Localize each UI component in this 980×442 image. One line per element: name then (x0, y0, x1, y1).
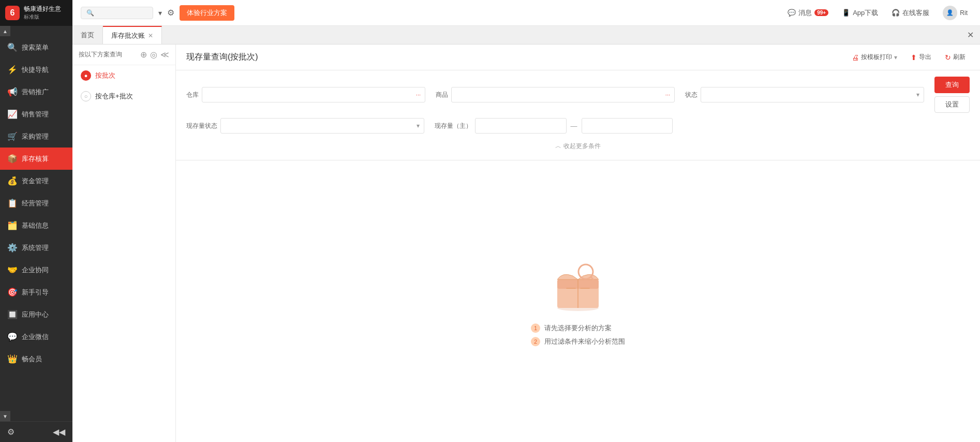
sidebar-item-search[interactable]: 🔍 搜索菜单 (0, 36, 72, 58)
sidebar-item-wechat-label: 企业微信 (22, 332, 49, 342)
page-title: 现存量查询(按批次) (186, 52, 258, 63)
qty-dash: — (567, 122, 582, 130)
scheme-warehouse-batch-icon: ○ (81, 91, 91, 101)
member-icon: 👑 (7, 354, 18, 364)
quicknav-icon: ⚡ (7, 65, 18, 75)
sidebar-item-collab-label: 企业协同 (22, 266, 49, 275)
app-download-btn[interactable]: 📱 App下载 (838, 6, 882, 20)
warehouse-label: 仓库 (186, 91, 199, 99)
scheme-item-warehouse-batch[interactable]: ○ 按仓库+批次 (72, 86, 175, 107)
tab-panel-close-btn[interactable]: ✕ (967, 30, 980, 40)
warehouse-filter-cell: 仓库 ··· (186, 87, 425, 102)
tab-close-btn[interactable]: ✕ (148, 32, 153, 39)
online-service-btn[interactable]: 🎧 在线客服 (887, 6, 933, 20)
sidebar-item-collab[interactable]: 🤝 企业协同 (0, 259, 72, 281)
sidebar-item-member-label: 畅会员 (22, 355, 42, 364)
print-dropdown-icon[interactable]: ▾ (894, 54, 897, 61)
scheme-item-batch[interactable]: ● 按批次 (72, 65, 175, 86)
scroll-up-btn[interactable]: ▲ (0, 26, 10, 36)
sidebar-item-quicknav[interactable]: ⚡ 快捷导航 (0, 58, 72, 81)
print-btn[interactable]: 🖨 按模板打印 ▾ (848, 51, 901, 64)
sidebar-item-guide[interactable]: 🎯 新手引导 (0, 281, 72, 303)
qty-from-input[interactable] (475, 118, 567, 134)
search-icon: 🔍 (86, 9, 94, 17)
query-btn[interactable]: 查询 (934, 77, 970, 93)
scheme-batch-icon: ● (81, 70, 91, 81)
btn-group: 查询 设置 (934, 77, 970, 113)
empty-illustration (547, 256, 609, 313)
empty-hint-1: 1 请先选择要分析的方案 (531, 323, 625, 333)
search-menu-icon: 🔍 (7, 42, 18, 52)
inventory-status-cell: 现存量状态 ▾ (186, 118, 424, 134)
avatar: 👤 (943, 6, 957, 20)
add-scheme-btn[interactable]: ⊕ (140, 50, 147, 60)
export-icon: ⬆ (911, 53, 917, 62)
warehouse-input[interactable]: ··· (202, 87, 425, 102)
print-label: 按模板打印 (861, 53, 892, 62)
refresh-btn[interactable]: ↻ 刷新 (941, 51, 970, 64)
warehouse-more[interactable]: ··· (416, 92, 421, 98)
filter-row-1: 仓库 ··· 商品 ··· 状态 (186, 77, 970, 113)
sidebar-item-apps[interactable]: 🔲 应用中心 (0, 303, 72, 326)
sidebar-item-search-label: 搜索菜单 (22, 43, 49, 52)
app-download-label: App下载 (853, 8, 878, 18)
collapse-label: 收起更多条件 (563, 142, 601, 150)
sidebar-item-finance[interactable]: 💰 资金管理 (0, 170, 72, 192)
collapse-sidebar-btn[interactable]: ◀◀ (53, 427, 65, 437)
qty-to-input[interactable] (582, 118, 673, 134)
scroll-down-btn[interactable]: ▼ (0, 411, 10, 421)
sidebar-item-operations[interactable]: 📋 经营管理 (0, 192, 72, 214)
settings-btn[interactable]: ⚙ (7, 427, 14, 437)
sidebar-item-sales[interactable]: 📈 销售管理 (0, 103, 72, 125)
refresh-icon: ↻ (945, 53, 951, 62)
sidebar-item-purchase[interactable]: 🛒 采购管理 (0, 125, 72, 148)
phone-icon: 📱 (842, 9, 850, 17)
left-panel-actions: ⊕ ◎ ≪ (140, 50, 169, 60)
topbar-gear-icon[interactable]: ⚙ (167, 8, 174, 18)
empty-hints: 1 请先选择要分析的方案 2 用过滤条件来缩小分析范围 (531, 323, 625, 346)
scheme-warehouse-batch-label: 按仓库+批次 (95, 92, 133, 101)
inventory-status-select[interactable]: ▾ (220, 118, 424, 134)
sidebar-item-marketing[interactable]: 📢 营销推广 (0, 81, 72, 103)
sidebar-item-inventory-label: 库存核算 (22, 154, 49, 164)
tab-inventory-batch[interactable]: 库存批次账 ✕ (103, 26, 162, 44)
status-select[interactable]: ▾ (701, 87, 924, 102)
topbar-dropdown-arrow[interactable]: ▾ (158, 9, 162, 17)
basic-icon: 🗂️ (7, 220, 18, 230)
online-service-label: 在线客服 (902, 8, 929, 18)
topbar: 🔍 ▾ ⚙ 体验行业方案 💬 消息 99+ 📱 App下载 🎧 在线客服 👤 R… (72, 0, 980, 26)
sidebar-item-basic-label: 基础信息 (22, 221, 49, 230)
tab-home[interactable]: 首页 (72, 26, 103, 44)
sidebar-item-member[interactable]: 👑 畅会员 (0, 348, 72, 370)
export-btn[interactable]: ⬆ 导出 (907, 51, 936, 64)
product-input[interactable]: ··· (451, 87, 675, 102)
empty-hint-2: 2 用过滤条件来缩小分析范围 (531, 337, 625, 346)
left-panel-title: 按以下方案查询 (79, 50, 122, 59)
print-icon: 🖨 (852, 53, 859, 62)
sidebar-item-inventory[interactable]: 📦 库存核算 (0, 148, 72, 170)
user-menu[interactable]: 👤 Rit (939, 4, 972, 22)
finance-icon: 💰 (7, 176, 18, 186)
sidebar-item-system[interactable]: ⚙️ 系统管理 (0, 237, 72, 259)
sidebar-item-apps-label: 应用中心 (22, 310, 49, 319)
left-panel: 按以下方案查询 ⊕ ◎ ≪ ● 按批次 ○ 按仓库+批次 (72, 45, 176, 442)
sidebar-item-basic[interactable]: 🗂️ 基础信息 (0, 214, 72, 237)
hint-num-2: 2 (531, 337, 540, 346)
sidebar: 6 畅康通好生意 标准版 ▲ 🔍 搜索菜单 ⚡ 快捷导航 📢 营销推广 📈 销售… (0, 0, 72, 442)
messages-label: 消息 (798, 8, 812, 18)
collapse-bar[interactable]: ︿ 收起更多条件 (186, 139, 970, 154)
sidebar-item-operations-label: 经营管理 (22, 199, 49, 208)
trial-btn[interactable]: 体验行业方案 (180, 5, 234, 21)
scheme-settings-btn[interactable]: ◎ (150, 50, 157, 60)
collapse-left-btn[interactable]: ≪ (160, 50, 169, 60)
messages-btn[interactable]: 💬 消息 99+ (783, 6, 833, 20)
topbar-search[interactable]: 🔍 (81, 7, 153, 19)
sidebar-item-wechat[interactable]: 💬 企业微信 (0, 326, 72, 348)
inventory-status-label: 现存量状态 (186, 122, 217, 130)
set-btn[interactable]: 设置 (934, 96, 970, 113)
sidebar-item-sales-label: 销售管理 (22, 110, 49, 119)
product-more[interactable]: ··· (665, 92, 670, 98)
page-content: 按以下方案查询 ⊕ ◎ ≪ ● 按批次 ○ 按仓库+批次 现存量查询(按批次) (72, 45, 980, 442)
collapse-up-icon: ︿ (555, 142, 563, 150)
inventory-qty-cell: 现存量（主） — (435, 118, 673, 134)
